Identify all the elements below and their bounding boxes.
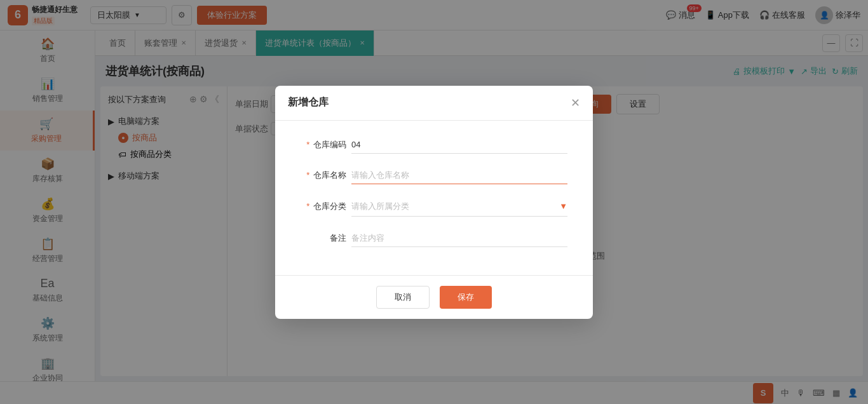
save-button[interactable]: 保存 [440,286,492,309]
warehouse-code-label: * 仓库编码 [301,139,351,151]
category-chevron-icon: ▼ [559,201,567,211]
modal-title: 新增仓库 [288,96,571,109]
modal-body: * 仓库编码 * 仓库名称 * 仓库分类 请输入所属 [275,121,593,275]
modal-overlay: 新增仓库 ✕ * 仓库编码 * 仓库名称 [0,0,868,404]
remark-input[interactable] [351,229,567,247]
remark-label: 备注 [301,232,351,244]
warehouse-name-label: * 仓库名称 [301,170,351,181]
form-row-code: * 仓库编码 [301,136,567,154]
warehouse-name-input[interactable] [351,166,567,184]
cancel-button[interactable]: 取消 [376,286,430,309]
modal-close-button[interactable]: ✕ [571,96,580,110]
warehouse-code-input[interactable] [351,136,567,154]
modal-header: 新增仓库 ✕ [275,86,593,121]
warehouse-category-label: * 仓库分类 [301,201,351,212]
new-warehouse-modal: 新增仓库 ✕ * 仓库编码 * 仓库名称 [275,86,593,319]
modal-footer: 取消 保存 [275,275,593,319]
form-row-remark: 备注 [301,229,567,247]
form-row-category: * 仓库分类 请输入所属分类 ▼ [301,197,567,217]
warehouse-category-select[interactable]: 请输入所属分类 ▼ [351,197,567,217]
form-row-name: * 仓库名称 [301,166,567,184]
